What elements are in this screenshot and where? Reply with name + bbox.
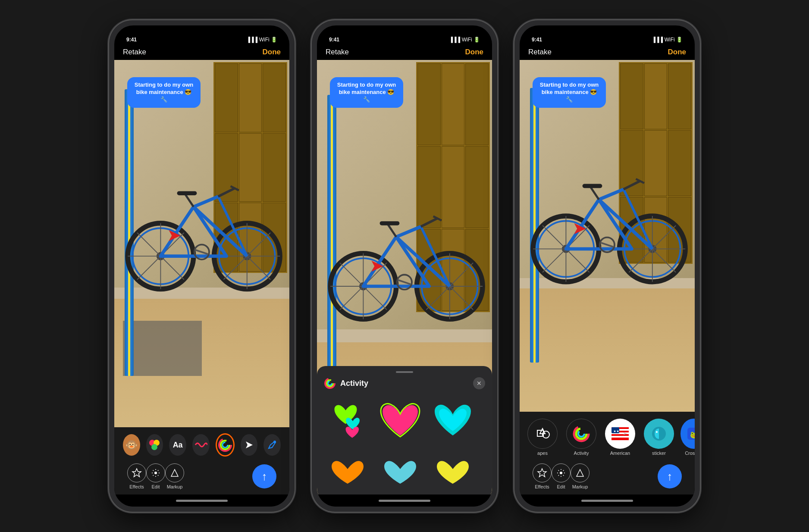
- svg-line-80: [591, 188, 599, 200]
- sticker-grid: [317, 394, 492, 450]
- tray-activity[interactable]: Activity: [562, 419, 601, 456]
- sticker-row: 🐵 Aa: [114, 431, 289, 459]
- home-indicator-3: [520, 494, 695, 507]
- arrow-sticker-btn[interactable]: [241, 434, 258, 456]
- markup-label-3: Markup: [572, 484, 588, 489]
- svg-rect-81: [583, 184, 602, 188]
- effects-tool[interactable]: Effects: [127, 463, 146, 489]
- svg-point-89: [578, 431, 584, 437]
- bike-image: [119, 115, 284, 335]
- annotation-bubble-3: Starting to do my own bike maintenance 😎…: [533, 77, 606, 108]
- markup-tool-3[interactable]: Markup: [571, 463, 590, 489]
- markup-icon-3: [571, 463, 590, 482]
- send-button[interactable]: ↑: [252, 464, 276, 488]
- svg-line-17: [218, 197, 247, 256]
- annotation-bubble: Starting to do my own bike maintenance 😎…: [127, 77, 201, 108]
- squiggle-btn[interactable]: [192, 434, 210, 456]
- phone-1: 9:41 ▐▐▐ WiFi 🔋 Retake Done: [109, 20, 295, 512]
- tools-row: Effects Edit: [114, 459, 289, 493]
- annotation-text: Starting to do my own bike maintenance 😎…: [133, 81, 194, 103]
- annotation-text-2: Starting to do my own bike maintenance 😎…: [336, 81, 397, 103]
- crossy-label: Crossy l: [685, 451, 695, 456]
- effects-label-3: Effects: [535, 484, 549, 489]
- done-button-3[interactable]: Done: [668, 48, 687, 56]
- sticker-item-partial-2[interactable]: [376, 456, 424, 490]
- tray-american[interactable]: ★★ American: [601, 419, 640, 456]
- svg-line-53: [388, 225, 396, 237]
- pen-btn[interactable]: [263, 434, 281, 456]
- svg-point-98: [656, 431, 658, 433]
- svg-point-31: [273, 441, 276, 443]
- text-button[interactable]: Aa: [169, 434, 186, 456]
- svg-text:🐸: 🐸: [690, 431, 695, 439]
- sticker-item-partial-3[interactable]: [429, 456, 477, 490]
- color-balls-btn[interactable]: [146, 434, 163, 456]
- done-button[interactable]: Done: [263, 48, 281, 56]
- svg-rect-94: [611, 438, 629, 440]
- hearts-sticker-2[interactable]: [376, 398, 424, 445]
- send-button-3[interactable]: ↑: [658, 464, 682, 488]
- retake-button-3[interactable]: Retake: [528, 48, 552, 56]
- edit-tool-3[interactable]: Edit: [552, 463, 571, 489]
- svg-line-20: [185, 194, 194, 207]
- edit-icon: [146, 463, 165, 482]
- red-arrow-2: ➤: [370, 256, 384, 275]
- crossy-icon: 🐸: [680, 419, 695, 449]
- tray-shapes[interactable]: apes: [523, 419, 562, 456]
- popup-header: Activity ✕: [317, 377, 492, 394]
- bike-image-2: [322, 125, 487, 386]
- phone-3-screen: 9:41 ▐▐▐ WiFi 🔋 Retake Done: [520, 25, 695, 507]
- markup-tool[interactable]: Markup: [165, 463, 184, 489]
- tray-crossy[interactable]: 🐸 Crossy l: [678, 419, 695, 456]
- svg-line-56: [398, 280, 411, 285]
- activity-popup: Activity ✕: [317, 366, 492, 494]
- svg-rect-21: [177, 191, 197, 195]
- svg-line-77: [624, 189, 652, 249]
- retake-button-2[interactable]: Retake: [326, 48, 349, 56]
- svg-line-76: [599, 189, 624, 200]
- done-button-2[interactable]: Done: [465, 48, 484, 56]
- hearts-sticker-3[interactable]: [429, 398, 477, 445]
- effects-label: Effects: [129, 484, 144, 489]
- svg-line-49: [396, 227, 421, 237]
- action-bar: Retake Done: [114, 44, 289, 60]
- svg-point-26: [151, 444, 157, 450]
- sticker-tray: apes Activity: [520, 415, 695, 459]
- annotation-bubble-2: Starting to do my own bike maintenance 😎…: [330, 77, 403, 108]
- red-arrow: ➤: [167, 225, 182, 245]
- activity-ring-btn[interactable]: [216, 433, 235, 457]
- effects-tool-3[interactable]: Effects: [533, 463, 552, 489]
- shapes-icon: [527, 419, 558, 449]
- retake-button[interactable]: Retake: [123, 48, 146, 56]
- svg-line-18: [218, 188, 235, 197]
- phone-2-screen: 9:41 ▐▐▐ WiFi 🔋 Retake Done: [317, 25, 492, 507]
- annotation-text-3: Starting to do my own bike maintenance 😎…: [539, 81, 600, 103]
- home-bar: [176, 500, 228, 502]
- sticker-grid-2: [317, 451, 492, 494]
- sticker-tray-icon: [644, 419, 674, 449]
- svg-rect-93: [611, 434, 629, 436]
- svg-line-83: [601, 243, 614, 247]
- action-bar-2: Retake Done: [317, 44, 492, 60]
- phone-3: 9:41 ▐▐▐ WiFi 🔋 Retake Done: [514, 20, 700, 512]
- phone-2: 9:41 ▐▐▐ WiFi 🔋 Retake Done: [312, 20, 497, 512]
- home-indicator: [114, 494, 289, 507]
- monkey-sticker-btn[interactable]: 🐵: [123, 434, 140, 456]
- popup-handle: [396, 371, 413, 373]
- red-arrow-3: ➤: [572, 218, 587, 238]
- svg-text:★★: ★★: [613, 429, 619, 433]
- activity-ring-icon: [324, 377, 336, 389]
- svg-line-50: [421, 227, 450, 286]
- svg-point-59: [328, 382, 332, 385]
- tray-sticker[interactable]: sticker: [640, 419, 678, 456]
- tools-row-3: Effects Edit: [520, 459, 695, 493]
- hearts-sticker-1[interactable]: [324, 398, 371, 445]
- svg-marker-30: [246, 441, 253, 448]
- edit-tool[interactable]: Edit: [146, 463, 165, 489]
- svg-line-16: [194, 197, 218, 207]
- popup-title: Activity: [324, 377, 368, 389]
- popup-close-btn[interactable]: ✕: [473, 377, 485, 389]
- activity-tray-icon: [566, 419, 596, 449]
- sticker-item-partial-1[interactable]: [324, 456, 371, 490]
- notch-3: [573, 25, 642, 38]
